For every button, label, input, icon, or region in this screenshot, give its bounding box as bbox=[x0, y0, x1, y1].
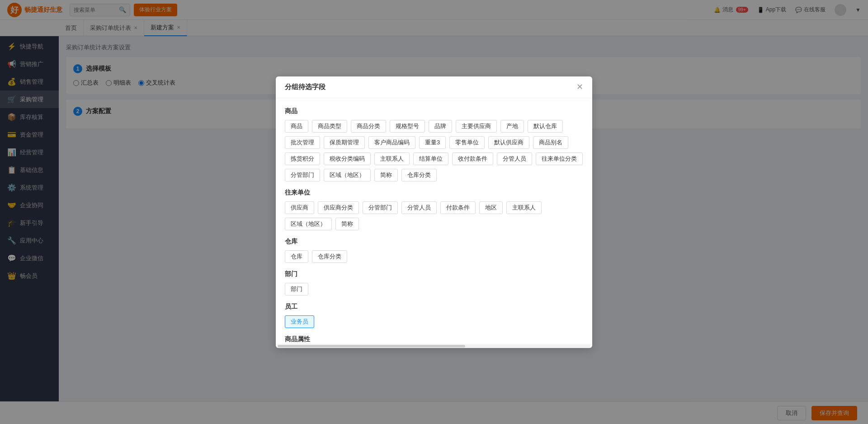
modal-dialog: 分组待选字段 ✕ 商品 商品 商品类型 商品分类 规格型号 品牌 主要供应商 产… bbox=[276, 76, 592, 348]
section-title-warehouse: 仓库 bbox=[285, 238, 583, 246]
tag-product-origin[interactable]: 产地 bbox=[500, 120, 524, 133]
tag-product-payment-terms[interactable]: 收付款条件 bbox=[452, 152, 493, 165]
tag-product-pick-points[interactable]: 拣货积分 bbox=[285, 152, 320, 165]
tag-product-weight[interactable]: 重量3 bbox=[419, 136, 446, 149]
tag-cp-dept[interactable]: 分管部门 bbox=[363, 201, 398, 214]
section-title-staff: 员工 bbox=[285, 303, 583, 311]
modal-overlay[interactable]: 分组待选字段 ✕ 商品 商品 商品类型 商品分类 规格型号 品牌 主要供应商 产… bbox=[0, 0, 868, 424]
tag-product-counterpart-category[interactable]: 往来单位分类 bbox=[536, 152, 583, 165]
tag-cp-contact[interactable]: 主联系人 bbox=[506, 201, 542, 214]
tag-product-settlement-unit[interactable]: 结算单位 bbox=[413, 152, 448, 165]
tag-product-default-supplier[interactable]: 默认供应商 bbox=[488, 136, 529, 149]
tag-product-batch[interactable]: 批次管理 bbox=[285, 136, 320, 149]
tag-cp-payment[interactable]: 付款条件 bbox=[440, 201, 476, 214]
tag-product-contact[interactable]: 主联系人 bbox=[374, 152, 410, 165]
tag-product-spec[interactable]: 规格型号 bbox=[390, 120, 425, 133]
tag-product-product[interactable]: 商品 bbox=[285, 120, 308, 133]
tag-cp-supplier-cat[interactable]: 供应商分类 bbox=[318, 201, 359, 214]
tag-cp-supplier[interactable]: 供应商 bbox=[285, 201, 314, 214]
tag-product-alias[interactable]: 商品别名 bbox=[533, 136, 568, 149]
tag-cp-area[interactable]: 区域（地区） bbox=[285, 218, 332, 230]
tag-product-main-supplier[interactable]: 主要供应商 bbox=[456, 120, 497, 133]
tag-staff-salesperson[interactable]: 业务员 bbox=[285, 315, 314, 328]
tag-wh-category[interactable]: 仓库分类 bbox=[312, 250, 347, 263]
tag-product-type[interactable]: 商品类型 bbox=[312, 120, 347, 133]
tag-grid-counterpart: 供应商 供应商分类 分管部门 分管人员 付款条件 地区 主联系人 区域（地区） … bbox=[285, 201, 583, 230]
tag-grid-staff: 业务员 bbox=[285, 315, 583, 328]
tag-product-tax-code[interactable]: 税收分类编码 bbox=[324, 152, 371, 165]
tag-cp-manager[interactable]: 分管人员 bbox=[401, 201, 437, 214]
tag-product-warehouse-cat[interactable]: 仓库分类 bbox=[401, 169, 437, 181]
tag-grid-warehouse: 仓库 仓库分类 bbox=[285, 250, 583, 263]
tag-wh-warehouse[interactable]: 仓库 bbox=[285, 250, 308, 263]
tag-cp-abbr[interactable]: 简称 bbox=[335, 218, 359, 230]
tag-product-expiry[interactable]: 保质期管理 bbox=[324, 136, 365, 149]
tag-product-retail-unit[interactable]: 零售单位 bbox=[449, 136, 485, 149]
tag-product-brand[interactable]: 品牌 bbox=[429, 120, 452, 133]
tag-product-abbr[interactable]: 简称 bbox=[374, 169, 398, 181]
tag-product-region[interactable]: 区域（地区） bbox=[324, 169, 371, 181]
section-title-dept: 部门 bbox=[285, 270, 583, 278]
tag-product-dept[interactable]: 分管部门 bbox=[285, 169, 320, 181]
tag-cp-region[interactable]: 地区 bbox=[479, 201, 503, 214]
section-title-counterpart: 往来单位 bbox=[285, 189, 583, 197]
modal-body: 商品 商品 商品类型 商品分类 规格型号 品牌 主要供应商 产地 默认仓库 批次… bbox=[276, 98, 592, 344]
modal-title: 分组待选字段 bbox=[285, 83, 326, 91]
modal-scrollbar-thumb bbox=[278, 345, 465, 348]
section-title-product: 商品 bbox=[285, 107, 583, 115]
modal-scrollbar-track bbox=[278, 345, 590, 348]
tag-grid-product: 商品 商品类型 商品分类 规格型号 品牌 主要供应商 产地 默认仓库 批次管理 … bbox=[285, 120, 583, 181]
modal-header: 分组待选字段 ✕ bbox=[276, 76, 592, 98]
modal-close-button[interactable]: ✕ bbox=[576, 83, 583, 91]
tag-product-manager[interactable]: 分管人员 bbox=[497, 152, 532, 165]
section-title-product-attr: 商品属性 bbox=[285, 335, 583, 343]
tag-grid-dept: 部门 bbox=[285, 283, 583, 295]
tag-product-default-warehouse[interactable]: 默认仓库 bbox=[528, 120, 563, 133]
tag-product-customer-code[interactable]: 客户商品编码 bbox=[368, 136, 415, 149]
modal-scrollbar[interactable] bbox=[276, 344, 592, 348]
tag-dept-dept[interactable]: 部门 bbox=[285, 283, 308, 295]
tag-product-category[interactable]: 商品分类 bbox=[351, 120, 386, 133]
